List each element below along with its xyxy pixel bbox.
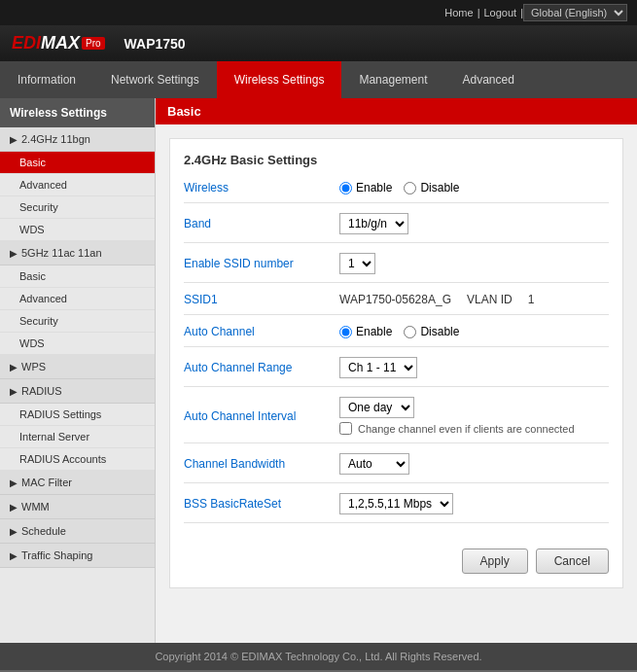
content-area: Basic 2.4GHz Basic Settings Wireless Ena… — [156, 98, 637, 643]
nav-network-settings[interactable]: Network Settings — [93, 61, 217, 98]
sidebar-item-security-5g[interactable]: Security — [0, 310, 155, 333]
ssid1-row: SSID1 WAP1750-05628A_G VLAN ID 1 — [184, 293, 609, 315]
auto-channel-enable-label[interactable]: Enable — [339, 325, 392, 338]
sidebar-item-basic-5g[interactable]: Basic — [0, 265, 155, 288]
sidebar-item-security-2g[interactable]: Security — [0, 196, 155, 219]
wireless-disable-text: Disable — [420, 181, 459, 195]
nav-advanced[interactable]: Advanced — [444, 61, 531, 98]
arrow-icon: ▶ — [10, 134, 18, 145]
channel-bandwidth-select[interactable]: Auto 20 MHz 40 MHz — [339, 453, 409, 475]
wireless-row: Wireless Enable Disable — [184, 181, 609, 203]
sidebar-group-2ghz[interactable]: ▶ 2.4GHz 11bgn — [0, 127, 155, 152]
wireless-disable-radio[interactable] — [404, 182, 416, 195]
top-bar: Home | Logout | Global (English) — [0, 0, 637, 25]
sidebar-item-wds-2g[interactable]: WDS — [0, 219, 155, 241]
auto-channel-disable-radio[interactable] — [404, 326, 416, 338]
band-row: Band 11b/g/n 11b/g 11n 11g 11b — [184, 213, 609, 243]
sidebar-item-wmm[interactable]: ▶ WMM — [0, 495, 155, 519]
band-select[interactable]: 11b/g/n 11b/g 11n 11g 11b — [339, 213, 408, 234]
logo-edimax: EDIMAX — [12, 33, 80, 53]
ssid1-text: WAP1750-05628A_G — [339, 293, 451, 306]
auto-channel-disable-text: Disable — [420, 325, 459, 338]
nav-management[interactable]: Management — [341, 61, 444, 98]
settings-form: 2.4GHz Basic Settings Wireless Enable — [169, 138, 623, 588]
channel-bandwidth-label: Channel Bandwidth — [184, 457, 339, 471]
arrow-icon-schedule: ▶ — [10, 526, 18, 537]
device-name: WAP1750 — [124, 36, 186, 52]
arrow-icon-mac: ▶ — [10, 477, 18, 488]
sidebar-item-radius-settings[interactable]: RADIUS Settings — [0, 404, 155, 426]
group-2ghz-label: 2.4GHz 11bgn — [21, 133, 90, 145]
arrow-icon-traffic: ▶ — [10, 550, 18, 561]
group-5ghz-label: 5GHz 11ac 11an — [21, 247, 102, 259]
section-title: 2.4GHz Basic Settings — [184, 153, 609, 167]
arrow-icon-wps: ▶ — [10, 362, 18, 372]
schedule-label: Schedule — [21, 525, 66, 537]
ssid-number-select[interactable]: 1 2 3 4 — [339, 253, 375, 274]
ssid-number-row: Enable SSID number 1 2 3 4 — [184, 253, 609, 283]
logo: EDIMAX Pro — [12, 33, 105, 53]
channel-bandwidth-row: Channel Bandwidth Auto 20 MHz 40 MHz — [184, 453, 609, 483]
sidebar-item-radius-accounts[interactable]: RADIUS Accounts — [0, 448, 155, 471]
ssid-number-label: Enable SSID number — [184, 257, 339, 270]
button-row: Apply Cancel — [184, 539, 609, 574]
auto-channel-range-row: Auto Channel Range Ch 1 - 11 Ch 1 - 13 — [184, 357, 609, 387]
sidebar-item-mac-filter[interactable]: ▶ MAC Filter — [0, 471, 155, 495]
main-nav: Information Network Settings Wireless Se… — [0, 61, 637, 98]
sidebar-group-5ghz[interactable]: ▶ 5GHz 11ac 11an — [0, 241, 155, 265]
auto-channel-enable-text: Enable — [356, 325, 392, 338]
wireless-enable-radio[interactable] — [339, 182, 352, 195]
sidebar: Wireless Settings ▶ 2.4GHz 11bgn Basic A… — [0, 98, 156, 643]
auto-channel-range-select[interactable]: Ch 1 - 11 Ch 1 - 13 — [339, 357, 417, 378]
auto-channel-label: Auto Channel — [184, 325, 339, 338]
home-link[interactable]: Home — [444, 7, 473, 18]
sidebar-item-basic-2g[interactable]: Basic — [0, 152, 155, 174]
auto-channel-range-value: Ch 1 - 11 Ch 1 - 13 — [339, 357, 609, 378]
arrow-icon-wmm: ▶ — [10, 502, 18, 513]
bss-basic-rate-select[interactable]: 1,2,5.5,11 Mbps 1,2 Mbps All — [339, 493, 453, 514]
radius-label: RADIUS — [21, 385, 62, 397]
auto-channel-row: Auto Channel Enable Disable — [184, 325, 609, 347]
auto-channel-disable-label[interactable]: Disable — [404, 325, 459, 338]
vlan-value: 1 — [528, 293, 535, 306]
wireless-enable-label[interactable]: Enable — [339, 181, 392, 195]
auto-channel-interval-row: Auto Channel Interval One day 12 hours 6… — [184, 397, 609, 443]
change-channel-text: Change channel even if clients are conne… — [358, 423, 575, 435]
apply-button[interactable]: Apply — [462, 548, 528, 574]
bss-basic-rate-row: BSS BasicRateSet 1,2,5.5,11 Mbps 1,2 Mbp… — [184, 493, 609, 523]
sidebar-item-wps[interactable]: ▶ WPS — [0, 355, 155, 379]
wireless-disable-label[interactable]: Disable — [404, 181, 459, 195]
wireless-label: Wireless — [184, 181, 339, 195]
main-layout: Wireless Settings ▶ 2.4GHz 11bgn Basic A… — [0, 98, 637, 643]
sidebar-item-advanced-2g[interactable]: Advanced — [0, 174, 155, 196]
channel-bandwidth-value: Auto 20 MHz 40 MHz — [339, 453, 609, 475]
logo-pro: Pro — [82, 37, 105, 50]
language-select[interactable]: Global (English) — [523, 4, 627, 21]
auto-channel-enable-radio[interactable] — [339, 326, 352, 338]
arrow-icon-5g: ▶ — [10, 248, 18, 259]
sidebar-item-traffic-shaping[interactable]: ▶ Traffic Shaping — [0, 544, 155, 568]
change-channel-checkbox[interactable] — [339, 422, 352, 435]
cancel-button[interactable]: Cancel — [536, 548, 609, 574]
wireless-enable-text: Enable — [356, 181, 392, 195]
sidebar-item-advanced-5g[interactable]: Advanced — [0, 288, 155, 310]
band-label: Band — [184, 217, 339, 230]
ssid1-value: WAP1750-05628A_G VLAN ID 1 — [339, 293, 609, 306]
footer: Copyright 2014 © EDIMAX Technology Co., … — [0, 643, 637, 670]
sidebar-item-internal-server[interactable]: Internal Server — [0, 426, 155, 448]
auto-channel-interval-select[interactable]: One day 12 hours 6 hours 3 hours 1 hour — [339, 397, 414, 418]
nav-wireless-settings[interactable]: Wireless Settings — [217, 61, 342, 98]
wireless-radio-group: Enable Disable — [339, 181, 459, 195]
nav-information[interactable]: Information — [0, 61, 93, 98]
logout-link[interactable]: Logout — [483, 7, 516, 18]
content-body: 2.4GHz Basic Settings Wireless Enable — [156, 124, 637, 612]
sidebar-item-schedule[interactable]: ▶ Schedule — [0, 519, 155, 544]
change-channel-row: Change channel even if clients are conne… — [339, 422, 575, 435]
bss-basic-rate-value: 1,2,5.5,11 Mbps 1,2 Mbps All — [339, 493, 609, 514]
band-value: 11b/g/n 11b/g 11n 11g 11b — [339, 213, 609, 234]
auto-channel-range-label: Auto Channel Range — [184, 361, 339, 374]
arrow-icon-radius: ▶ — [10, 386, 18, 397]
ssid-number-value: 1 2 3 4 — [339, 253, 609, 274]
sidebar-item-wds-5g[interactable]: WDS — [0, 333, 155, 355]
sidebar-item-radius[interactable]: ▶ RADIUS — [0, 379, 155, 404]
